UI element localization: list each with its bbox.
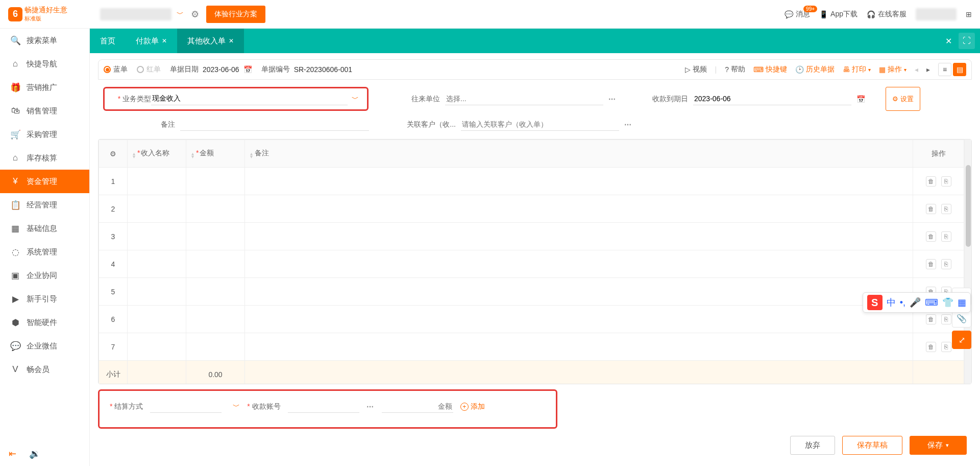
close-icon[interactable]: ✕ xyxy=(229,37,234,44)
save-button[interactable]: 保存 ▾ xyxy=(910,436,967,455)
online-service-link[interactable]: 🎧 在线客服 xyxy=(867,10,906,19)
due-date-input[interactable] xyxy=(693,92,851,105)
cell-remark[interactable] xyxy=(245,168,913,195)
delete-row-icon[interactable]: 🗑 xyxy=(926,204,936,214)
table-row[interactable]: 3🗑⎘ xyxy=(99,223,964,250)
more-icon[interactable]: ⋯ xyxy=(608,95,617,103)
ime-toolbar[interactable]: S 中 •, 🎤 ⌨ 👕 ▦ xyxy=(863,292,971,313)
bill-date-value[interactable]: 2023-06-06 xyxy=(203,65,239,74)
settle-account-input[interactable] xyxy=(288,400,359,413)
copy-row-icon[interactable]: ⎘ xyxy=(941,314,951,324)
table-row[interactable]: 6🗑⎘ xyxy=(99,306,964,333)
next-arrow-icon[interactable]: ▸ xyxy=(926,65,930,74)
trial-button[interactable]: 体验行业方案 xyxy=(206,6,265,23)
help-link[interactable]: ?帮助 xyxy=(725,65,745,74)
table-row[interactable]: 5🗑⎘ xyxy=(99,278,964,306)
cell-income-name[interactable] xyxy=(128,250,186,278)
view-form-button[interactable]: ▤ xyxy=(953,63,966,76)
blue-bill-radio[interactable]: 蓝单 xyxy=(104,65,128,74)
tab-1[interactable]: 付款单✕ xyxy=(126,29,177,53)
sidebar-item-11[interactable]: ▶新手引导 xyxy=(0,287,89,311)
shortcut-link[interactable]: ⌨快捷键 xyxy=(753,65,787,74)
calendar-icon[interactable]: 📅 xyxy=(856,95,865,103)
tab-2[interactable]: 其他收入单✕ xyxy=(177,29,244,53)
table-row[interactable]: 7🗑⎘ xyxy=(99,333,964,361)
cell-remark[interactable] xyxy=(245,250,913,278)
messages-link[interactable]: 💬 消息 99+ xyxy=(785,10,810,19)
delete-row-icon[interactable]: 🗑 xyxy=(926,259,936,269)
sidebar-collapse-button[interactable]: ⇤ xyxy=(5,447,19,461)
cell-amount[interactable] xyxy=(186,223,245,250)
history-link[interactable]: 🕑历史单据 xyxy=(795,65,835,74)
cell-remark[interactable] xyxy=(245,195,913,223)
cell-remark[interactable] xyxy=(245,223,913,250)
user-avatar-blurred[interactable] xyxy=(916,8,957,20)
sidebar-item-14[interactable]: V畅会员 xyxy=(0,358,89,381)
party-input[interactable] xyxy=(445,92,603,105)
cell-amount[interactable] xyxy=(186,195,245,223)
sidebar-item-13[interactable]: 💬企业微信 xyxy=(0,334,89,358)
sidebar-item-0[interactable]: 🔍搜索菜单 xyxy=(0,29,89,52)
app-launcher-icon[interactable]: ⊞ xyxy=(966,10,972,18)
settle-amount-input[interactable] xyxy=(382,400,453,413)
copy-row-icon[interactable]: ⎘ xyxy=(941,342,951,352)
sidebar-item-8[interactable]: ▦基础信息 xyxy=(0,217,89,240)
cell-income-name[interactable] xyxy=(128,168,186,195)
more-icon[interactable]: ⋯ xyxy=(366,403,375,411)
ime-tools-icon[interactable]: ▦ xyxy=(958,297,966,308)
more-icon[interactable]: ⋯ xyxy=(624,121,632,129)
ime-mic-icon[interactable]: 🎤 xyxy=(910,297,921,308)
view-list-button[interactable]: ≡ xyxy=(938,63,951,76)
table-row[interactable]: 4🗑⎘ xyxy=(99,250,964,278)
sidebar-item-12[interactable]: ⬢智能硬件 xyxy=(0,311,89,334)
table-row[interactable]: 2🗑⎘ xyxy=(99,195,964,223)
add-settlement-button[interactable]: + 添加 xyxy=(460,402,485,411)
sidebar-item-3[interactable]: 🛍销售管理 xyxy=(0,99,89,123)
ime-skin-icon[interactable]: 👕 xyxy=(942,297,953,308)
settings-button[interactable]: ⚙ 设置 xyxy=(886,87,920,111)
tab-0[interactable]: 首页 xyxy=(90,29,126,53)
save-draft-button[interactable]: 保存草稿 xyxy=(842,436,902,455)
chevron-down-icon[interactable]: ﹀ xyxy=(233,402,240,411)
cell-amount[interactable] xyxy=(186,278,245,306)
table-row[interactable]: 1🗑⎘ xyxy=(99,168,964,195)
gear-icon[interactable]: ⚙ xyxy=(191,9,199,20)
discard-button[interactable]: 放弃 xyxy=(790,436,835,455)
red-bill-radio[interactable]: 红单 xyxy=(137,65,161,74)
col-settings[interactable]: ⚙ xyxy=(99,140,128,168)
col-income-name[interactable]: ▴▾*收入名称 xyxy=(128,140,186,168)
cell-amount[interactable] xyxy=(186,168,245,195)
ime-lang[interactable]: 中 xyxy=(887,296,896,309)
copy-row-icon[interactable]: ⎘ xyxy=(941,176,951,187)
sidebar-item-1[interactable]: ⌂快捷导航 xyxy=(0,52,89,76)
cell-amount[interactable] xyxy=(186,250,245,278)
settle-method-input[interactable] xyxy=(150,400,222,413)
ime-punct-icon[interactable]: •, xyxy=(900,297,905,308)
video-link[interactable]: ▷视频 xyxy=(685,65,707,74)
copy-row-icon[interactable]: ⎘ xyxy=(941,204,951,214)
delete-row-icon[interactable]: 🗑 xyxy=(926,342,936,352)
cell-remark[interactable] xyxy=(245,278,913,306)
copy-row-icon[interactable]: ⎘ xyxy=(941,259,951,269)
cell-remark[interactable] xyxy=(245,306,913,333)
link-customer-input[interactable] xyxy=(461,118,619,131)
sidebar-item-9[interactable]: ◌系统管理 xyxy=(0,240,89,264)
cell-amount[interactable] xyxy=(186,333,245,361)
sidebar-item-10[interactable]: ▣企业协同 xyxy=(0,264,89,287)
chevron-down-icon[interactable]: ﹀ xyxy=(352,95,359,104)
sidebar-sound-button[interactable]: 🔉 xyxy=(28,447,42,461)
sidebar-item-4[interactable]: 🛒采购管理 xyxy=(0,123,89,146)
col-amount[interactable]: ▴▾*金额 xyxy=(186,140,245,168)
cell-income-name[interactable] xyxy=(128,278,186,306)
side-tool-expand[interactable]: ⤢ xyxy=(952,331,971,349)
sidebar-item-2[interactable]: 🎁营销推广 xyxy=(0,76,89,99)
cell-amount[interactable] xyxy=(186,306,245,333)
cell-income-name[interactable] xyxy=(128,333,186,361)
operate-link[interactable]: ▦操作▾ xyxy=(879,65,906,74)
delete-row-icon[interactable]: 🗑 xyxy=(926,314,936,324)
ime-keyboard-icon[interactable]: ⌨ xyxy=(925,297,938,308)
business-type-input[interactable] xyxy=(151,92,348,105)
calendar-icon[interactable]: 📅 xyxy=(243,65,252,74)
cell-remark[interactable] xyxy=(245,333,913,361)
col-remark[interactable]: ▴▾备注 xyxy=(245,140,913,168)
